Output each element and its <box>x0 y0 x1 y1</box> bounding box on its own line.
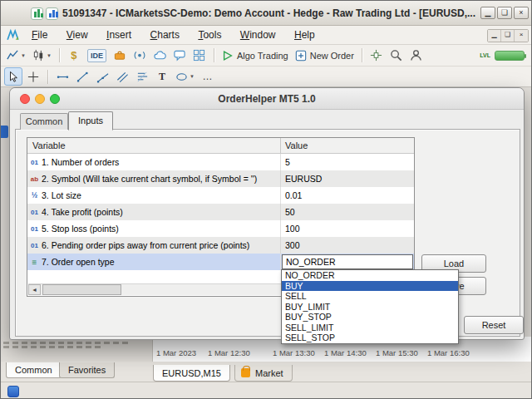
variable-value[interactable]: EURUSD <box>281 174 414 184</box>
dropdown-option-buy[interactable]: BUY <box>282 281 458 292</box>
ray-line-icon <box>96 71 109 83</box>
dropdown-option-buy-stop[interactable]: BUY_STOP <box>282 312 458 323</box>
close-icon[interactable]: × <box>514 7 529 19</box>
clipped-text-remnant <box>3 342 130 344</box>
tile-windows-button[interactable] <box>190 47 209 65</box>
table-row[interactable]: 01 6. Pending order pips away from curre… <box>27 237 414 254</box>
dropdown-option-sell-stop[interactable]: SELL_STOP <box>282 332 458 343</box>
variable-value[interactable]: 5 <box>281 157 414 167</box>
window-titlebar: 51091347 - ICMarketsSC-Demo: Demo Accoun… <box>1 1 532 26</box>
toolbar-separator <box>214 48 214 62</box>
menu-window[interactable]: Window <box>233 26 283 45</box>
tab-inputs[interactable]: Inputs <box>68 111 113 131</box>
dropdown-option-no-order[interactable]: NO_ORDER <box>282 270 458 281</box>
mdi-close-icon[interactable]: × <box>515 30 528 42</box>
variable-value[interactable]: 50 <box>281 207 414 217</box>
minimize-traffic-light-icon[interactable] <box>35 94 45 104</box>
dialog-titlebar[interactable]: OrderHelper MT5 1.0 <box>10 88 524 110</box>
cloud-button[interactable] <box>150 47 169 65</box>
menu-help[interactable]: Help <box>287 26 323 45</box>
table-row[interactable]: 01 5. Stop loss (points) 100 <box>27 220 414 237</box>
table-row[interactable]: 01 4. Take profit (points) 50 <box>27 204 414 220</box>
play-icon <box>222 50 234 62</box>
table-row[interactable]: 01 1. Number of orders 5 <box>27 154 414 170</box>
ide-button[interactable]: IDE <box>85 47 109 65</box>
table-row[interactable]: ab 2. Symbol (Will take current chart sy… <box>27 170 414 187</box>
variable-value[interactable]: 300 <box>281 240 414 250</box>
input-type-icon: ½ <box>27 191 42 200</box>
menu-charts[interactable]: Charts <box>143 26 187 45</box>
dropdown-option-sell[interactable]: SELL <box>282 291 458 302</box>
reset-button[interactable]: Reset <box>464 316 524 334</box>
fibonacci-tool-button[interactable] <box>133 67 151 86</box>
shapes-tool-button[interactable]: ▼ <box>173 67 197 86</box>
time-axis-label: 1 Mar 13:30 <box>273 348 315 357</box>
grid-icon <box>193 49 205 62</box>
candlestick-icon <box>32 49 45 62</box>
toolbox-tab-common[interactable]: Common <box>6 362 62 378</box>
menu-bar: File View Insert Charts Tools Window Hel… <box>1 26 532 45</box>
toolbox-tab-favorites[interactable]: Favorites <box>59 362 115 378</box>
tab-common[interactable]: Common <box>20 113 68 130</box>
variable-value[interactable]: 0.01 <box>281 190 414 200</box>
input-type-icon: ≡ <box>27 258 42 267</box>
variable-value[interactable]: 100 <box>281 224 414 234</box>
app-chart-icon <box>31 7 43 20</box>
mdi-restore-icon[interactable]: ❏ <box>501 30 515 42</box>
search-icon <box>390 49 402 62</box>
minimize-icon[interactable]: ▁ <box>480 7 495 19</box>
bottom-tabs-row: Common Favorites EURUSD,M15 Market <box>1 362 532 382</box>
toolbar-separator <box>362 48 362 62</box>
channel-tool-button[interactable] <box>113 67 131 86</box>
menu-tools[interactable]: Tools <box>190 26 229 45</box>
plus-icon <box>295 50 307 62</box>
zoom-traffic-light-icon[interactable] <box>50 94 60 104</box>
toolbox-button[interactable] <box>111 47 129 65</box>
column-header-value: Value <box>281 138 414 153</box>
market-tab[interactable]: Market <box>234 365 293 382</box>
algo-services-button[interactable] <box>131 47 149 65</box>
scroll-left-icon[interactable]: ◄ <box>28 284 41 295</box>
more-tools-button[interactable]: … <box>199 67 217 86</box>
lvl-label: LVL <box>480 52 490 58</box>
line-chart-icon <box>7 49 19 62</box>
menu-insert[interactable]: Insert <box>99 26 139 45</box>
account-button[interactable] <box>407 47 426 65</box>
market-bag-icon <box>241 368 250 377</box>
text-tool-button[interactable]: T <box>153 67 171 86</box>
variable-name: 5. Stop loss (points) <box>42 220 281 237</box>
variable-name: 7. Order open type <box>42 254 281 270</box>
segment-line-icon <box>57 71 69 83</box>
time-axis-label: 1 Mar 15:30 <box>376 348 418 357</box>
orderhelper-dialog: OrderHelper MT5 1.0 Common Inputs Variab… <box>9 87 525 340</box>
restore-icon[interactable]: ❏ <box>497 7 512 19</box>
horizontal-line-tool-button[interactable] <box>53 67 71 86</box>
chart-tab-eurusd-m15[interactable]: EURUSD,M15 <box>153 365 230 382</box>
ray-tool-button[interactable] <box>93 67 111 86</box>
dropdown-option-sell-limit[interactable]: SELL_LIMIT <box>282 323 458 333</box>
app-chart-icon-2 <box>46 7 58 20</box>
trendline-tool-button[interactable] <box>73 67 91 86</box>
chart-type-button[interactable]: ▼ <box>30 47 54 65</box>
chevron-down-icon: ▼ <box>47 53 52 58</box>
scrollbar-thumb[interactable] <box>42 284 121 295</box>
new-chart-button[interactable]: ▼ <box>4 47 28 65</box>
variable-name: 4. Take profit (points) <box>42 204 281 220</box>
algo-trading-button[interactable]: Algo Trading <box>219 47 291 65</box>
dropdown-option-buy-limit[interactable]: BUY_LIMIT <box>282 302 458 313</box>
crosshair-icon <box>27 71 39 83</box>
crosshair-tool-button[interactable] <box>24 67 42 86</box>
menu-view[interactable]: View <box>59 26 96 45</box>
close-traffic-light-icon[interactable] <box>20 94 30 104</box>
chat-button[interactable] <box>170 47 189 65</box>
search-button[interactable] <box>387 47 406 65</box>
cursor-tool-button[interactable] <box>4 67 22 86</box>
table-row-selected[interactable]: ≡ 7. Order open type NO_ORDER <box>27 254 414 270</box>
menu-file[interactable]: File <box>24 26 55 45</box>
order-open-type-input[interactable]: NO_ORDER <box>282 254 413 269</box>
mdi-minimize-icon[interactable]: ▁ <box>488 30 501 42</box>
table-row[interactable]: ½ 3. Lot size 0.01 <box>27 187 414 204</box>
new-order-button[interactable]: New Order <box>293 47 357 65</box>
deposit-button[interactable]: $ <box>65 47 83 65</box>
data-window-button[interactable] <box>367 47 386 65</box>
